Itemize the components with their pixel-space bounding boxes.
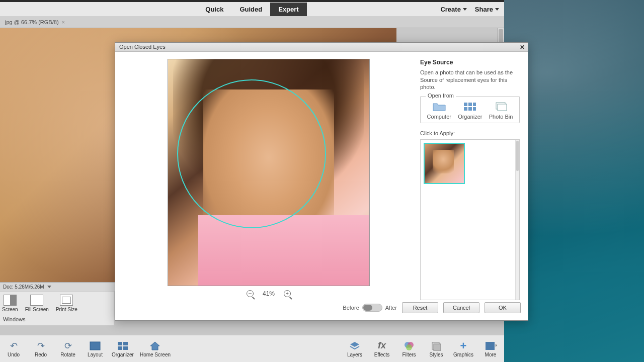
svg-rect-18 bbox=[498, 104, 507, 111]
print-size-icon bbox=[60, 295, 73, 306]
create-label: Create bbox=[440, 6, 460, 13]
close-icon[interactable]: × bbox=[62, 19, 65, 25]
dialog-title-text: Open Closed Eyes bbox=[119, 44, 166, 50]
svg-point-7 bbox=[406, 344, 412, 350]
filters-button[interactable]: Filters bbox=[398, 340, 420, 357]
rotate-button[interactable]: ⟳Rotate bbox=[57, 340, 78, 357]
open-closed-eyes-dialog: Open Closed Eyes ✕ 41% Eye Source Open a… bbox=[115, 42, 528, 321]
open-from-fieldset: Open from Computer Organizer Photo Bin bbox=[420, 96, 520, 123]
styles-icon bbox=[430, 340, 442, 351]
dropdown-icon[interactable] bbox=[47, 286, 51, 288]
svg-rect-1 bbox=[118, 342, 122, 345]
photos-icon bbox=[494, 102, 508, 112]
eye-source-description: Open a photo that can be used as the Sou… bbox=[420, 69, 520, 92]
svg-rect-10 bbox=[486, 342, 495, 350]
before-after-toggle[interactable] bbox=[362, 304, 382, 312]
click-to-apply-label: Click to Apply: bbox=[420, 130, 520, 136]
layout-icon bbox=[89, 340, 101, 351]
svg-rect-12 bbox=[468, 103, 472, 106]
before-label: Before bbox=[343, 305, 359, 311]
redo-button[interactable]: ↷Redo bbox=[30, 340, 51, 357]
view-label: Screen bbox=[2, 307, 18, 312]
source-thumbnails bbox=[420, 139, 520, 300]
zoom-level: 41% bbox=[263, 290, 275, 297]
caret-down-icon bbox=[463, 8, 467, 11]
svg-rect-13 bbox=[473, 103, 476, 106]
svg-rect-14 bbox=[464, 107, 467, 111]
fill-screen-icon bbox=[30, 295, 43, 306]
open-from-computer[interactable]: Computer bbox=[427, 102, 451, 120]
screen-icon bbox=[4, 295, 17, 306]
caret-down-icon bbox=[495, 8, 499, 11]
svg-rect-11 bbox=[464, 103, 467, 106]
open-from-photo-bin[interactable]: Photo Bin bbox=[489, 102, 513, 120]
tab-expert[interactable]: Expert bbox=[270, 3, 306, 16]
layers-icon bbox=[349, 340, 361, 351]
filters-icon bbox=[403, 340, 415, 351]
source-thumbnail[interactable] bbox=[424, 143, 465, 184]
thumbnail-scrollbar[interactable] bbox=[515, 140, 519, 300]
view-fill-button[interactable]: Fill Screen bbox=[25, 295, 49, 312]
grid-icon bbox=[463, 102, 477, 112]
rotate-icon: ⟳ bbox=[62, 340, 74, 351]
organizer-icon bbox=[117, 340, 129, 351]
reset-button[interactable]: Reset bbox=[402, 302, 438, 313]
view-label: Print Size bbox=[56, 307, 77, 312]
view-panel: Screen Fill Screen Print Size Windows bbox=[0, 291, 114, 325]
svg-rect-2 bbox=[123, 342, 128, 345]
more-icon bbox=[485, 340, 497, 351]
open-from-legend: Open from bbox=[426, 93, 456, 99]
layout-button[interactable]: Layout bbox=[85, 340, 106, 357]
svg-rect-3 bbox=[118, 346, 122, 350]
view-print-button[interactable]: Print Size bbox=[56, 295, 77, 312]
svg-rect-15 bbox=[468, 107, 472, 111]
styles-button[interactable]: Styles bbox=[426, 340, 447, 357]
more-button[interactable]: More bbox=[480, 340, 501, 357]
organizer-button[interactable]: Organizer bbox=[112, 340, 134, 357]
document-tab-bar: jpg @ 66.7% (RGB/8) × bbox=[0, 16, 504, 28]
effects-button[interactable]: fxEffects bbox=[371, 340, 392, 357]
doc-size-readout: Doc: 5.26M/5.26M bbox=[3, 284, 51, 290]
tab-guided[interactable]: Guided bbox=[231, 3, 270, 16]
dialog-titlebar[interactable]: Open Closed Eyes ✕ bbox=[115, 43, 528, 52]
home-button[interactable]: Home Screen bbox=[140, 340, 171, 357]
undo-button[interactable]: ↶Undo bbox=[3, 340, 24, 357]
preview-image[interactable] bbox=[168, 59, 370, 286]
folder-icon bbox=[432, 102, 446, 112]
document-tab[interactable]: jpg @ 66.7% (RGB/8) × bbox=[2, 18, 68, 26]
graphics-button[interactable]: +Graphics bbox=[453, 340, 474, 357]
share-label: Share bbox=[475, 6, 493, 13]
zoom-out-icon[interactable] bbox=[247, 290, 254, 297]
after-label: After bbox=[385, 305, 397, 311]
svg-rect-9 bbox=[434, 344, 441, 351]
open-from-organizer[interactable]: Organizer bbox=[458, 102, 482, 120]
view-screen-button[interactable]: Screen bbox=[2, 295, 18, 312]
view-label: Fill Screen bbox=[25, 307, 49, 312]
graphics-icon: + bbox=[457, 340, 469, 351]
eye-source-heading: Eye Source bbox=[420, 59, 520, 66]
windows-label[interactable]: Windows bbox=[0, 315, 114, 325]
face-detection-circle[interactable] bbox=[177, 79, 326, 228]
tab-quick[interactable]: Quick bbox=[197, 3, 231, 16]
undo-icon: ↶ bbox=[8, 340, 20, 351]
layers-button[interactable]: Layers bbox=[344, 340, 365, 357]
redo-icon: ↷ bbox=[35, 340, 47, 351]
create-menu[interactable]: Create bbox=[440, 6, 466, 13]
svg-rect-0 bbox=[90, 342, 100, 350]
ok-button[interactable]: OK bbox=[485, 302, 521, 313]
svg-rect-4 bbox=[123, 346, 128, 350]
document-tab-label: jpg @ 66.7% (RGB/8) bbox=[5, 19, 59, 25]
home-icon bbox=[149, 340, 161, 351]
close-button[interactable]: ✕ bbox=[519, 44, 526, 51]
mode-tab-bar: Quick Guided Expert Create Share bbox=[0, 2, 504, 16]
cancel-button[interactable]: Cancel bbox=[443, 302, 479, 313]
svg-rect-16 bbox=[473, 107, 476, 111]
bottom-toolbar: ↶Undo ↷Redo ⟳Rotate Layout Organizer Hom… bbox=[0, 335, 504, 362]
zoom-in-icon[interactable] bbox=[284, 290, 291, 297]
effects-icon: fx bbox=[376, 340, 388, 351]
share-menu[interactable]: Share bbox=[475, 6, 499, 13]
